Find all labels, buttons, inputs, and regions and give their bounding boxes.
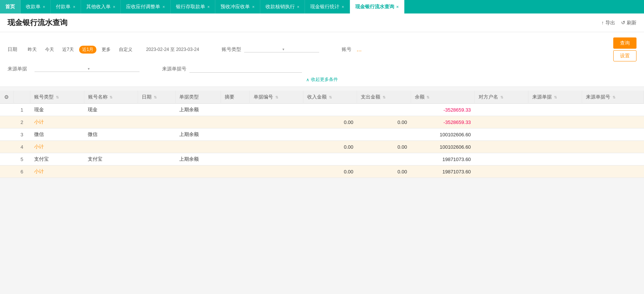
filter-row-2: 来源单据 ▾ 来源单据号: [8, 65, 636, 73]
nav-item-prepay[interactable]: 预收冲应收单×: [215, 0, 260, 13]
cell-balance-5: 19871073.60: [411, 166, 474, 178]
sort-icon-counterparty: ⇅: [499, 95, 503, 99]
nav-close-cash-stat[interactable]: ×: [342, 4, 344, 9]
cell-account_name-0: 现金: [84, 104, 138, 116]
cell-balance-3: 100102606.60: [411, 141, 474, 153]
table-row: 1现金现金上期余额-3528659.33: [0, 104, 644, 116]
cell-account_type-5: 小计: [30, 166, 84, 178]
cell-doc_type-5: [176, 166, 221, 178]
cell-account_name-1: [84, 116, 138, 128]
export-icon: ↑: [602, 20, 604, 25]
nav-item-ar-ap-adjust[interactable]: 应收应付调整单×: [121, 0, 170, 13]
cell-settings-1: [0, 116, 14, 128]
nav-item-other-income[interactable]: 其他收入单×: [81, 0, 121, 13]
date-btn-today[interactable]: 今天: [42, 46, 57, 54]
sort-icon-source_doc_no: ⇅: [611, 95, 615, 99]
sort-icon-date: ⇅: [153, 95, 157, 99]
col-header-account_type[interactable]: 账号类型 ⇅: [30, 91, 84, 104]
account-dots-button[interactable]: ...: [354, 46, 364, 53]
nav-close-prepay[interactable]: ×: [252, 4, 254, 9]
table-container: ⚙账号类型 ⇅账号名称 ⇅日期 ⇅单据类型摘要单据编号 ⇅收入金额 ⇅支出金额 …: [0, 91, 644, 178]
nav-item-write-off[interactable]: 收款核销执行×: [260, 0, 305, 13]
col-header-expense[interactable]: 支出金额 ⇅: [357, 91, 411, 104]
nav-item-receipt[interactable]: 收款单×: [21, 0, 51, 13]
cell-date-0: [138, 104, 175, 116]
table-row: 5支付宝支付宝上期余额19871073.60: [0, 153, 644, 166]
col-header-source_doc[interactable]: 来源单据 ⇅: [528, 91, 582, 104]
source-doc-arrow: ▾: [88, 67, 137, 71]
cell-expense-1: 0.00: [357, 116, 411, 128]
col-header-date[interactable]: 日期 ⇅: [138, 91, 175, 104]
nav-close-cash-flow[interactable]: ×: [396, 4, 399, 9]
refresh-icon: ↺: [621, 20, 625, 25]
nav-close-write-off[interactable]: ×: [297, 4, 299, 9]
cell-income-5: 0.00: [303, 166, 357, 178]
col-header-source_doc_no[interactable]: 来源单据号 ⇅: [582, 91, 644, 104]
settings-gear-icon[interactable]: ⚙: [4, 94, 9, 100]
nav-item-cash-flow[interactable]: 现金银行流水查询×: [350, 0, 404, 13]
nav-item-payment[interactable]: 付款单×: [51, 0, 81, 13]
col-header-doc_no[interactable]: 单据编号 ⇅: [250, 91, 303, 104]
refresh-button[interactable]: ↺ 刷新: [621, 19, 636, 26]
cell-doc_no-5: [250, 166, 303, 178]
nav-item-bank-deposit[interactable]: 银行存取款单×: [171, 0, 215, 13]
cell-account_type-3: 小计: [30, 141, 84, 153]
nav-close-receipt[interactable]: ×: [43, 4, 45, 9]
cell-expense-3: 0.00: [357, 141, 411, 153]
nav-close-payment[interactable]: ×: [73, 4, 75, 9]
nav-close-ar-ap-adjust[interactable]: ×: [162, 4, 165, 9]
col-header-counterparty[interactable]: 对方户名 ⇅: [474, 91, 528, 104]
cell-account_name-2: 微信: [84, 128, 138, 141]
filter-area: 日期 昨天今天近7天近1月更多自定义 2023-02-24 至 2023-03-…: [0, 32, 644, 87]
collapse-button[interactable]: ∧ 收起更多条件: [306, 76, 338, 83]
cell-counterparty-5: [474, 166, 528, 178]
table-row: 6小计0.000.0019871073.60: [0, 166, 644, 178]
source-doc-no-input[interactable]: [189, 65, 302, 73]
nav-item-home[interactable]: 首页: [0, 0, 21, 13]
cell-no-1: 2: [14, 116, 30, 128]
sort-icon-account_name: ⇅: [109, 95, 113, 99]
cell-settings-3: [0, 141, 14, 153]
settings-button[interactable]: 设置: [613, 50, 636, 61]
account-type-arrow: ▾: [282, 47, 317, 51]
account-type-select[interactable]: ▾: [244, 46, 319, 52]
cell-balance-1: -3528659.33: [411, 116, 474, 128]
date-btn-7days[interactable]: 近7天: [59, 46, 77, 54]
cell-account_name-5: [84, 166, 138, 178]
date-btn-custom[interactable]: 自定义: [116, 46, 135, 54]
cell-summary-4: [221, 153, 250, 166]
cell-source_doc-0: [528, 104, 582, 116]
date-label: 日期: [8, 46, 17, 53]
col-header-income[interactable]: 收入金额 ⇅: [303, 91, 357, 104]
query-button[interactable]: 查询: [613, 37, 636, 49]
cell-date-4: [138, 153, 175, 166]
date-btn-more[interactable]: 更多: [99, 46, 114, 54]
date-btn-1month[interactable]: 近1月: [79, 46, 97, 54]
date-btn-yesterday[interactable]: 昨天: [25, 46, 40, 54]
col-header-account_name[interactable]: 账号名称 ⇅: [84, 91, 138, 104]
cell-summary-5: [221, 166, 250, 178]
cell-balance-2: 100102606.60: [411, 128, 474, 141]
nav-close-other-income[interactable]: ×: [113, 4, 115, 9]
col-header-balance[interactable]: 余额 ⇅: [411, 91, 474, 104]
sort-icon-source_doc: ⇅: [553, 95, 557, 99]
cell-settings-5: [0, 166, 14, 178]
source-doc-select[interactable]: ▾: [35, 66, 140, 72]
cell-source_doc_no-1: [582, 116, 644, 128]
cell-income-0: [303, 104, 357, 116]
cell-balance-0: -3528659.33: [411, 104, 474, 116]
col-header-settings: ⚙: [0, 91, 14, 104]
nav-item-cash-stat[interactable]: 现金银行统计×: [305, 0, 350, 13]
cell-doc_no-2: [250, 128, 303, 141]
nav-close-bank-deposit[interactable]: ×: [207, 4, 210, 9]
header-actions: ↑ 导出 ↺ 刷新: [602, 19, 637, 26]
export-button[interactable]: ↑ 导出: [602, 19, 615, 26]
cell-source_doc_no-3: [582, 141, 644, 153]
cell-doc_type-1: [176, 116, 221, 128]
cell-account_name-4: 支付宝: [84, 153, 138, 166]
cell-no-3: 4: [14, 141, 30, 153]
cell-source_doc_no-0: [582, 104, 644, 116]
col-header-no: [14, 91, 30, 104]
data-table: ⚙账号类型 ⇅账号名称 ⇅日期 ⇅单据类型摘要单据编号 ⇅收入金额 ⇅支出金额 …: [0, 91, 644, 178]
cell-account_type-0: 现金: [30, 104, 84, 116]
